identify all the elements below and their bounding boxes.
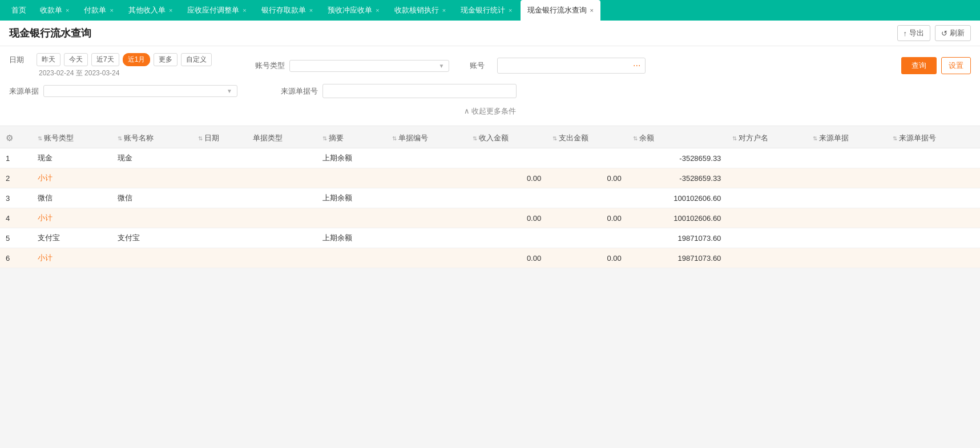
source-doc-select[interactable]: ▼ (43, 85, 237, 97)
date-btn-今天[interactable]: 今天 (64, 53, 88, 66)
collapse-icon: ∧ (464, 107, 470, 115)
cell-account_type: 支付宝 (32, 228, 112, 248)
query-button[interactable]: 查询 (901, 57, 937, 74)
cell-num: 5 (0, 228, 32, 248)
close-icon[interactable]: × (442, 7, 446, 14)
col-header-source_doc_no[interactable]: ⇅来源单据号 (887, 128, 980, 148)
col-header-account_name[interactable]: ⇅账号名称 (112, 128, 192, 148)
nav-tab-label: 付款单 (84, 5, 106, 15)
refresh-button[interactable]: ↺ 刷新 (935, 25, 971, 41)
cell-balance: -3528659.33 (627, 168, 727, 188)
date-btn-近7天[interactable]: 近7天 (91, 53, 119, 66)
cell-counterpart (727, 228, 807, 248)
nav-tab-label: 预收冲应收单 (328, 5, 372, 15)
col-header-date[interactable]: ⇅日期 (192, 128, 248, 148)
date-btn-昨天[interactable]: 昨天 (37, 53, 61, 66)
cell-income: 0.00 (467, 248, 547, 268)
cell-doc_no (386, 148, 467, 168)
nav-tab-银行存取款单[interactable]: 银行存取款单× (255, 0, 320, 21)
sort-icon: ⇅ (893, 135, 897, 142)
sort-icon: ⇅ (732, 135, 737, 142)
cell-account_name: 支付宝 (112, 228, 192, 248)
col-header-source_doc[interactable]: ⇅来源单据 (807, 128, 888, 148)
nav-tab-付款单[interactable]: 付款单× (77, 0, 120, 21)
account-input[interactable] (502, 62, 631, 70)
col-header-balance[interactable]: ⇅余额 (627, 128, 727, 148)
account-input-wrap: ··· (497, 58, 646, 74)
cell-balance: 19871073.60 (627, 248, 727, 268)
close-icon[interactable]: × (243, 7, 246, 14)
nav-tab-收款核销执行[interactable]: 收款核销执行× (388, 0, 453, 21)
source-doc-no-input[interactable] (328, 87, 511, 95)
source-doc-dropdown-icon: ▼ (227, 88, 232, 94)
nav-tab-收款单[interactable]: 收款单× (33, 0, 76, 21)
nav-tab-现金银行统计[interactable]: 现金银行统计× (454, 0, 519, 21)
col-header-doc_no[interactable]: ⇅单据编号 (386, 128, 467, 148)
cell-account_name (112, 248, 192, 268)
cell-account_type: 现金 (32, 148, 112, 168)
cell-counterpart (727, 248, 807, 268)
col-label: 账号类型 (44, 134, 74, 142)
cell-summary: 上期余额 (317, 228, 386, 248)
cell-summary: 上期余额 (317, 188, 386, 208)
cell-doc_no (386, 168, 467, 188)
cell-doc_no (386, 228, 467, 248)
cell-balance: -3528659.33 (627, 148, 727, 168)
cell-date (192, 168, 248, 188)
nav-tab-应收应付调整单[interactable]: 应收应付调整单× (180, 0, 253, 21)
nav-tab-预收冲应收单[interactable]: 预收冲应收单× (321, 0, 386, 21)
nav-tab-label: 现金银行流水查询 (527, 5, 587, 15)
col-header-summary[interactable]: ⇅摘要 (317, 128, 386, 148)
cell-balance: 100102606.60 (627, 208, 727, 228)
nav-tab-label: 现金银行统计 (461, 5, 505, 15)
date-btn-近1月[interactable]: 近1月 (123, 53, 151, 66)
col-header-income[interactable]: ⇅收入金额 (467, 128, 547, 148)
cell-date (192, 228, 248, 248)
col-header-expense[interactable]: ⇅支出金额 (547, 128, 627, 148)
page-header: 现金银行流水查询 ↑ 导出 ↺ 刷新 (0, 21, 980, 46)
account-type-select[interactable]: ▼ (289, 60, 449, 72)
table-settings-gear-icon[interactable]: ⚙ (6, 133, 13, 143)
cell-num: 6 (0, 248, 32, 268)
cell-num: 4 (0, 208, 32, 228)
close-icon[interactable]: × (110, 7, 113, 14)
col-label: 日期 (204, 134, 219, 142)
filter-right-group: 查询 设置 (901, 57, 971, 74)
col-header-account_type[interactable]: ⇅账号类型 (32, 128, 112, 148)
date-btn-更多[interactable]: 更多 (154, 53, 178, 66)
sort-icon: ⇅ (392, 135, 397, 142)
col-label: 单据类型 (253, 134, 283, 142)
export-button[interactable]: ↑ 导出 (897, 25, 931, 41)
account-dots-button[interactable]: ··· (633, 60, 640, 71)
cell-source_doc (807, 168, 888, 188)
nav-tab-label: 银行存取款单 (261, 5, 306, 15)
close-icon[interactable]: × (509, 7, 512, 14)
nav-tab-现金银行流水查询[interactable]: 现金银行流水查询× (521, 0, 600, 21)
collapse-bar[interactable]: ∧ 收起更多条件 (9, 104, 971, 119)
cell-summary: 上期余额 (317, 148, 386, 168)
nav-tab-其他收入单[interactable]: 其他收入单× (122, 0, 179, 21)
col-label: 来源单据号 (899, 134, 936, 142)
col-label: 收入金额 (479, 134, 509, 142)
close-icon[interactable]: × (309, 7, 313, 14)
cell-date (192, 248, 248, 268)
cell-expense: 0.00 (547, 248, 627, 268)
sort-icon: ⇅ (118, 135, 122, 142)
settings-button[interactable]: 设置 (941, 57, 971, 74)
close-icon[interactable]: × (66, 7, 69, 14)
cell-summary (317, 208, 386, 228)
source-doc-no-label: 来源单据号 (281, 86, 318, 96)
nav-home[interactable]: 首页 (5, 0, 33, 21)
cell-source_doc_no (887, 168, 980, 188)
col-header-counterpart[interactable]: ⇅对方户名 (727, 128, 807, 148)
close-icon[interactable]: × (169, 7, 172, 14)
close-icon[interactable]: × (376, 7, 379, 14)
close-icon[interactable]: × (590, 7, 594, 14)
col-label: 账号名称 (124, 134, 154, 142)
nav-tab-label: 其他收入单 (128, 5, 166, 15)
table-row: 4小计0.000.00100102606.60 (0, 208, 980, 228)
col-label: 余额 (639, 134, 654, 142)
cell-source_doc_no (887, 188, 980, 208)
date-btn-自定义[interactable]: 自定义 (181, 53, 212, 66)
cell-account_type: 小计 (32, 208, 112, 228)
